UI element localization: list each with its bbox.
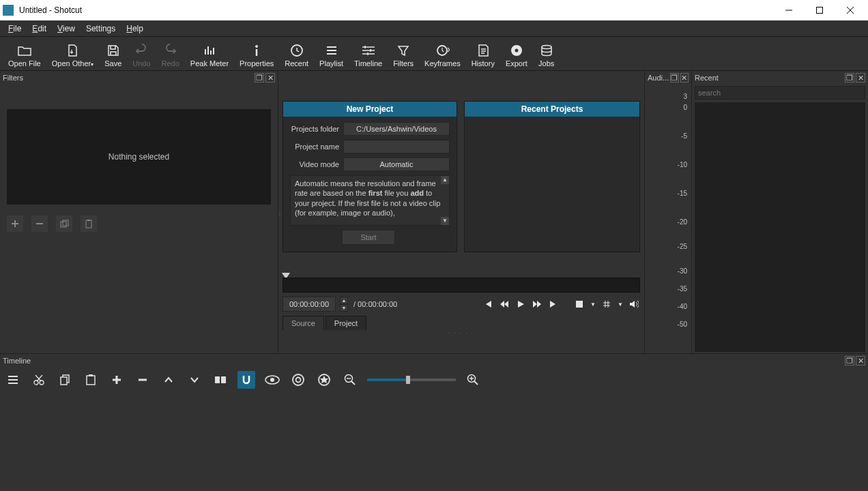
filters-preview: Nothing selected xyxy=(7,109,271,205)
panel-float-button[interactable]: ❐ xyxy=(670,73,678,83)
svg-rect-18 xyxy=(61,377,67,385)
start-button[interactable]: Start xyxy=(342,230,395,245)
menu-view[interactable]: View xyxy=(52,22,81,35)
overwrite-button[interactable] xyxy=(186,371,203,389)
remove-button[interactable] xyxy=(134,371,151,389)
filters-panel: Filters ❐ ✕ Nothing selected ⋮ xyxy=(0,71,278,353)
project-name-input[interactable] xyxy=(343,140,450,153)
menu-settings[interactable]: Settings xyxy=(81,22,121,35)
audio-tick: -40 xyxy=(678,303,687,310)
zoom-fit-dropdown[interactable]: ▼ xyxy=(590,298,596,310)
scrub-bar[interactable] xyxy=(283,273,640,293)
ripple-button[interactable] xyxy=(289,371,307,389)
duration-label: / 00:00:00:00 xyxy=(353,300,397,308)
timeline-menu-button[interactable] xyxy=(4,371,22,389)
timeline-tracks-area[interactable] xyxy=(0,392,868,488)
recent-list[interactable] xyxy=(695,102,865,352)
projects-folder-field[interactable]: C:/Users/Ashwin/Videos xyxy=(343,122,450,136)
skip-next-button[interactable] xyxy=(547,298,560,310)
snap-button[interactable] xyxy=(237,371,255,389)
lift-button[interactable] xyxy=(160,371,177,389)
zoom-out-button[interactable] xyxy=(341,371,359,389)
filters-panel-title: Filters xyxy=(3,74,23,82)
project-name-label: Project name xyxy=(290,143,339,151)
remove-filter-button[interactable] xyxy=(31,215,48,232)
svg-rect-15 xyxy=(576,301,583,308)
menu-help[interactable]: Help xyxy=(121,22,149,35)
timeline-icon xyxy=(361,43,376,58)
svg-rect-11 xyxy=(61,222,66,227)
cut-button[interactable] xyxy=(30,371,48,389)
paste-button[interactable] xyxy=(82,371,100,389)
open-file-button[interactable]: Open File xyxy=(3,42,46,69)
vertical-splitter[interactable]: · · · · · xyxy=(278,330,644,336)
recent-button[interactable]: Recent xyxy=(279,42,314,69)
timecode-spinner[interactable]: ▲▼ xyxy=(340,297,348,312)
panel-close-button[interactable]: ✕ xyxy=(680,73,689,83)
panel-close-button[interactable]: ✕ xyxy=(856,356,865,366)
play-button[interactable] xyxy=(515,298,527,310)
add-filter-button[interactable] xyxy=(7,215,23,232)
append-button[interactable] xyxy=(108,371,126,389)
ripple-all-button[interactable] xyxy=(315,371,333,389)
nothing-selected-label: Nothing selected xyxy=(108,152,169,162)
skip-previous-button[interactable] xyxy=(482,298,494,310)
menu-edit[interactable]: Edit xyxy=(27,22,52,35)
copy-filter-button[interactable] xyxy=(56,215,72,232)
player-controls: 00:00:00:00 ▲▼ / 00:00:00:00 ▼ ▼ xyxy=(278,293,644,316)
paste-filter-button[interactable] xyxy=(81,215,97,232)
fast-forward-button[interactable] xyxy=(531,298,543,310)
undo-button[interactable]: Undo xyxy=(127,42,156,69)
split-button[interactable] xyxy=(212,371,229,389)
tab-project[interactable]: Project xyxy=(326,316,366,330)
audio-tick: -10 xyxy=(678,161,687,168)
playlist-button[interactable]: Playlist xyxy=(314,42,349,69)
video-mode-label: Video mode xyxy=(290,160,339,168)
new-project-title: New Project xyxy=(283,102,457,117)
panel-float-button[interactable]: ❐ xyxy=(845,73,854,83)
scrub-audio-button[interactable] xyxy=(263,371,281,389)
rewind-button[interactable] xyxy=(498,298,510,310)
timecode-input[interactable]: 00:00:00:00 xyxy=(283,297,336,312)
svg-rect-13 xyxy=(86,220,91,228)
grid-button[interactable] xyxy=(601,298,613,310)
panel-float-button[interactable]: ❐ xyxy=(845,356,854,366)
save-button[interactable]: Save xyxy=(99,42,127,69)
keyframes-button[interactable]: Keyframes xyxy=(419,42,466,69)
desc-scroll-up[interactable]: ▲ xyxy=(441,176,449,184)
source-project-tabs: Source Project xyxy=(278,316,644,330)
video-mode-select[interactable]: Automatic xyxy=(343,158,450,171)
panel-close-button[interactable]: ✕ xyxy=(856,73,865,83)
panel-close-button[interactable]: ✕ xyxy=(265,73,275,83)
peak-meter-button[interactable]: Peak Meter xyxy=(185,42,234,69)
redo-button[interactable]: Redo xyxy=(156,42,185,69)
timeline-button[interactable]: Timeline xyxy=(349,42,388,69)
scrub-track[interactable] xyxy=(283,278,640,293)
grid-dropdown[interactable]: ▼ xyxy=(617,298,624,310)
zoom-slider[interactable] xyxy=(367,378,456,381)
export-button[interactable]: Export xyxy=(500,42,533,69)
copy-button[interactable] xyxy=(56,371,74,389)
window-title: Untitled - Shotcut xyxy=(19,5,773,15)
svg-point-25 xyxy=(293,374,304,385)
tab-source[interactable]: Source xyxy=(283,316,324,330)
maximize-button[interactable] xyxy=(804,0,835,20)
zoom-in-button[interactable] xyxy=(464,371,482,389)
close-button[interactable] xyxy=(835,0,865,20)
minimize-button[interactable] xyxy=(773,0,804,20)
zoom-fit-button[interactable] xyxy=(573,298,585,310)
main-area: Filters ❐ ✕ Nothing selected ⋮ New Proje… xyxy=(0,71,868,353)
history-button[interactable]: History xyxy=(466,42,500,69)
desc-scroll-down[interactable]: ▼ xyxy=(441,217,449,225)
panel-float-button[interactable]: ❐ xyxy=(255,73,264,83)
audio-tick: -50 xyxy=(678,321,687,328)
volume-button[interactable] xyxy=(628,298,640,310)
filters-button[interactable]: Filters xyxy=(388,42,419,69)
svg-point-9 xyxy=(515,49,518,53)
menu-file[interactable]: File xyxy=(3,22,27,35)
open-other-button[interactable]: Open Other▾ xyxy=(46,42,99,69)
audio-tick: -20 xyxy=(678,218,687,226)
jobs-button[interactable]: Jobs xyxy=(533,42,560,69)
properties-button[interactable]: Properties xyxy=(234,42,279,69)
recent-search-input[interactable]: search xyxy=(695,86,865,100)
